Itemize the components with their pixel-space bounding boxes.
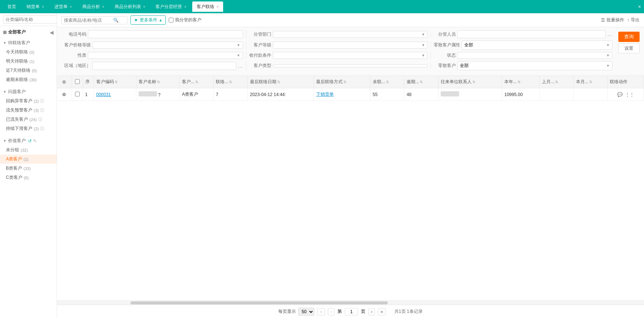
sidebar-item-today-pending[interactable]: 今天待联络 (0) xyxy=(0,47,57,57)
pagination-bar: 每页显示 50 « ‹ 第 页 › » 共1页 1条记录 xyxy=(57,305,644,318)
phone-input[interactable] xyxy=(88,30,243,38)
sidebar-item-tomorrow-pending[interactable]: 明天待联络 (1) xyxy=(0,57,57,66)
my-customers-checkbox[interactable] xyxy=(169,18,173,22)
col-checkbox[interactable] xyxy=(72,76,83,88)
retail-select[interactable]: 全部 ▼ xyxy=(457,61,612,70)
refresh-icon[interactable]: ↺ xyxy=(28,138,32,144)
sidebar-all-customers[interactable]: ⊞ 全部客户 xyxy=(3,29,26,35)
col-name[interactable]: 客户名称 ⇅ xyxy=(136,76,179,88)
sidebar-item-class-a[interactable]: A类客户 (1) xyxy=(0,155,57,164)
sidebar-collapse-button[interactable]: ◀ xyxy=(50,29,54,35)
tab-customer-contact[interactable]: 客户联络 × xyxy=(192,1,223,12)
my-customers-filter[interactable]: 我分管的客户 xyxy=(169,17,201,23)
tab-purchase-close[interactable]: × xyxy=(70,5,72,9)
sidebar-item-declining[interactable]: 持续下滑客户 (2) ⓘ xyxy=(0,124,57,133)
region-dots-icon[interactable]: … xyxy=(238,63,243,69)
query-button[interactable]: 查询 xyxy=(618,32,640,42)
col-overdue[interactable]: 逾期... ⇅ xyxy=(404,76,438,88)
col-this-year[interactable]: 本年... ⇅ xyxy=(502,76,540,88)
tab-segment-close[interactable]: × xyxy=(184,5,186,9)
first-page-button[interactable]: « xyxy=(317,308,325,315)
page-number-input[interactable] xyxy=(345,308,358,315)
horizontal-scrollbar[interactable] xyxy=(57,300,644,305)
main-search-icon[interactable]: 🔍 xyxy=(113,18,119,23)
tab-customer-segment[interactable]: 客户分层经营 × xyxy=(151,1,191,12)
sidebar-item-churn-warning[interactable]: 流失预警客户 (3) ⓘ xyxy=(0,106,57,115)
sidebar-item-7days-pending[interactable]: 近7天待联络 (0) xyxy=(0,66,57,75)
customer-type-select[interactable] xyxy=(273,64,428,67)
main-search-input[interactable] xyxy=(64,18,112,23)
setting-button[interactable]: 设置 xyxy=(618,43,640,53)
col-unlink-days[interactable]: 未联... ⇅ xyxy=(370,76,404,88)
manager-dots-icon[interactable]: … xyxy=(607,31,612,37)
manager-input[interactable] xyxy=(457,30,606,38)
main-search-box[interactable]: 🔍 xyxy=(61,16,128,24)
row-last-method[interactable]: 下销货单 xyxy=(314,88,370,101)
sort-icon-last-date: ⇅ xyxy=(277,80,280,84)
sidebar-section-pending-title[interactable]: ▼ 待联络客户 xyxy=(0,38,57,47)
message-action-icon[interactable]: 💬 xyxy=(617,92,623,97)
select-all-checkbox[interactable] xyxy=(75,79,80,84)
pending-arrow-icon: ▼ xyxy=(3,41,7,45)
export-button[interactable]: ↑ 导出 xyxy=(627,17,640,23)
sort-icon-contact2: ⇅ xyxy=(472,80,475,84)
tab-product-analysis[interactable]: 商品分析 × xyxy=(78,1,109,12)
row-checkbox-cell[interactable] xyxy=(72,88,83,101)
page-size-area: 每页显示 50 xyxy=(278,308,314,316)
tab-product-list-close[interactable]: × xyxy=(143,5,146,9)
batch-op-label: 批量操作 xyxy=(607,17,624,23)
batch-operation-button[interactable]: ☰ 批量操作 xyxy=(601,17,624,23)
category-search-input[interactable] xyxy=(3,15,57,24)
more-conditions-button[interactable]: ▼ 更多条件 ▲ xyxy=(130,15,166,25)
tab-product-analysis-close[interactable]: × xyxy=(102,5,104,9)
col-gear[interactable]: ⚙ xyxy=(57,76,72,88)
sidebar-item-unclassified[interactable]: 未分组 (32) xyxy=(0,145,57,155)
tab-sales-close[interactable]: × xyxy=(42,5,44,9)
next-page-button[interactable]: › xyxy=(368,308,375,315)
sidebar-item-churned[interactable]: 已流失客户 (24) ⓘ xyxy=(0,115,57,124)
row-gear-cell[interactable]: ⚙ xyxy=(57,88,72,101)
row-code[interactable]: 000031 xyxy=(94,88,136,101)
gear-icon[interactable]: ⚙ xyxy=(62,80,66,85)
sidebar-item-overdue-contact[interactable]: 逾期未联络 (30) xyxy=(0,75,57,84)
close-all-button[interactable]: × xyxy=(638,4,641,10)
payment-select[interactable]: ▼ xyxy=(273,52,428,59)
tab-sales-order[interactable]: 销货单 × xyxy=(22,1,49,12)
nature-select[interactable]: ▼ xyxy=(88,52,243,59)
sidebar-item-class-b[interactable]: B类客户 (33) xyxy=(0,164,57,173)
row-code-link[interactable]: 000031 xyxy=(96,92,111,97)
scrollbar-thumb[interactable] xyxy=(130,301,388,304)
tab-product-analysis-list[interactable]: 商品分析列表 × xyxy=(110,1,150,12)
status-select[interactable]: ▼ xyxy=(457,52,612,59)
tab-purchase-order[interactable]: 进货单 × xyxy=(50,1,76,12)
retail-attr-select[interactable]: 全部 ▼ xyxy=(462,40,612,50)
col-last-month[interactable]: 上月... ⇅ xyxy=(540,76,573,88)
col-level[interactable]: 客户... ⇅ xyxy=(179,76,213,88)
col-last-method[interactable]: 最后联络方式 ⇅ xyxy=(314,76,370,88)
price-level-select[interactable]: ▼ xyxy=(92,42,243,49)
sidebar-item-abnormal-repurchase[interactable]: 回购异常客户 (2) ⓘ xyxy=(0,96,57,106)
last-page-button[interactable]: » xyxy=(378,308,386,315)
dept-select[interactable]: ▼ xyxy=(273,31,428,38)
tomorrow-pending-label: 明天待联络 xyxy=(6,58,28,64)
col-contact[interactable]: 联络... ⇅ xyxy=(214,76,247,88)
row-checkbox[interactable] xyxy=(75,92,80,96)
prev-page-button[interactable]: ‹ xyxy=(328,308,334,315)
col-code[interactable]: 客户编码 ⇅ xyxy=(94,76,136,88)
col-last-date[interactable]: 最后联络日期 ⇅ xyxy=(247,76,314,88)
col-contact2[interactable]: 往来单位联系人 ⇅ xyxy=(438,76,502,88)
sidebar-section-problem-title[interactable]: ▼ 问题客户 xyxy=(0,87,57,96)
sidebar-section-value-title[interactable]: ▼ 价值客户 ↺ ✎ xyxy=(0,136,57,145)
region-input[interactable] xyxy=(92,62,236,70)
link-action-icon[interactable]: ⋮⋮ xyxy=(625,92,634,97)
tab-contact-close[interactable]: × xyxy=(217,5,219,9)
tab-home[interactable]: 首页 xyxy=(3,1,21,12)
page-size-select[interactable]: 50 xyxy=(298,308,314,316)
customer-level-select[interactable]: ▼ xyxy=(273,42,428,49)
last-method-link[interactable]: 下销货单 xyxy=(316,92,334,97)
sidebar-item-class-c[interactable]: C类客户 (6) xyxy=(0,173,57,182)
abnormal-repurchase-count: (2) xyxy=(34,99,39,103)
tab-home-label: 首页 xyxy=(7,4,16,10)
edit-icon[interactable]: ✎ xyxy=(33,138,37,144)
col-this-month[interactable]: 本月... ⇅ xyxy=(573,76,607,88)
